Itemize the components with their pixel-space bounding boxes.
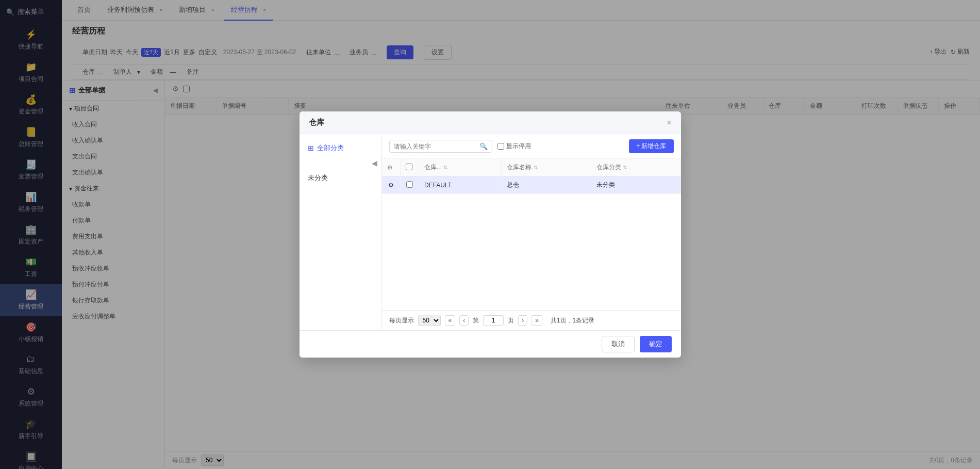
sort-icon-category: ⇅ xyxy=(623,165,627,170)
row-checkbox[interactable] xyxy=(401,176,419,194)
prev-page-button[interactable]: ‹ xyxy=(459,315,469,326)
cancel-button[interactable]: 取消 xyxy=(602,336,635,352)
collapse-panel-icon[interactable]: ◀ xyxy=(372,159,377,167)
page-input[interactable] xyxy=(483,315,504,326)
dialog-pagination: 每页显示 50 « ‹ 第 页 › » 共1页，1条记录 xyxy=(382,310,681,330)
total-info: 共1页，1条记录 xyxy=(551,316,594,325)
modal-overlay: 仓库 × ⊞ 全部分类 ◀ 未分类 xyxy=(0,0,980,469)
category-all[interactable]: ⊞ 全部分类 xyxy=(300,139,381,157)
row-code: DEFAULT xyxy=(419,176,502,194)
last-page-button[interactable]: » xyxy=(531,315,542,326)
sort-icon-name: ⇅ xyxy=(534,165,538,170)
warehouse-table: ⚙ 仓库... ⇅ 仓库名称 ⇅ xyxy=(382,159,681,194)
dialog-close-button[interactable]: × xyxy=(667,118,671,127)
disabled-checkbox[interactable] xyxy=(497,143,504,150)
dialog-right-panel: 🔍 显示停用 + 新增仓库 ⚙ xyxy=(382,134,681,330)
search-box: 🔍 xyxy=(389,140,492,153)
row-gear[interactable]: ⚙ xyxy=(382,176,401,194)
th-name-label: 仓库名称 xyxy=(507,164,531,171)
th-code-label: 仓库... xyxy=(424,164,442,171)
dialog-title: 仓库 xyxy=(309,118,324,127)
dialog-category-panel: ⊞ 全部分类 ◀ 未分类 xyxy=(300,134,382,330)
table-row[interactable]: ⚙ DEFAULT 总仓 未分类 xyxy=(382,176,681,194)
category-uncategorized-label: 未分类 xyxy=(308,173,328,183)
dialog-table: ⚙ 仓库... ⇅ 仓库名称 ⇅ xyxy=(382,159,681,310)
page-label: 第 xyxy=(473,316,479,325)
confirm-button[interactable]: 确定 xyxy=(640,336,672,352)
next-page-button[interactable]: › xyxy=(518,315,527,326)
first-page-button[interactable]: « xyxy=(445,315,456,326)
category-all-label: 全部分类 xyxy=(317,143,344,153)
dialog-header: 仓库 × xyxy=(300,111,681,134)
search-icon-2: 🔍 xyxy=(479,142,488,150)
th-checkbox xyxy=(401,159,419,176)
row-select[interactable] xyxy=(406,181,413,188)
per-page-select-dialog[interactable]: 50 xyxy=(418,315,441,326)
th-name: 仓库名称 ⇅ xyxy=(502,159,591,176)
row-category: 未分类 xyxy=(591,176,680,194)
th-category: 仓库分类 ⇅ xyxy=(591,159,680,176)
show-disabled-label: 显示停用 xyxy=(506,142,531,151)
category-uncategorized[interactable]: 未分类 xyxy=(300,169,381,187)
dialog-body: ⊞ 全部分类 ◀ 未分类 🔍 xyxy=(300,134,681,330)
sort-icon-code: ⇅ xyxy=(443,165,447,170)
page-suffix: 页 xyxy=(508,316,514,325)
dialog-actions: 取消 确定 xyxy=(300,330,681,358)
warehouse-table-body: ⚙ DEFAULT 总仓 未分类 xyxy=(382,176,681,194)
show-disabled-checkbox[interactable]: 显示停用 xyxy=(497,142,531,151)
th-category-label: 仓库分类 xyxy=(596,164,621,171)
select-all-dialog[interactable] xyxy=(406,164,412,170)
dialog-toolbar: 🔍 显示停用 + 新增仓库 xyxy=(382,134,681,159)
grid-icon-2: ⊞ xyxy=(308,144,314,152)
table-header-row: ⚙ 仓库... ⇅ 仓库名称 ⇅ xyxy=(382,159,681,176)
row-name: 总仓 xyxy=(502,176,591,194)
th-gear: ⚙ xyxy=(382,159,401,176)
warehouse-dialog: 仓库 × ⊞ 全部分类 ◀ 未分类 xyxy=(300,111,681,358)
search-input[interactable] xyxy=(394,143,476,150)
th-code: 仓库... ⇅ xyxy=(419,159,502,176)
add-warehouse-button[interactable]: + 新增仓库 xyxy=(629,139,673,153)
per-page-label-dialog: 每页显示 xyxy=(389,316,414,325)
